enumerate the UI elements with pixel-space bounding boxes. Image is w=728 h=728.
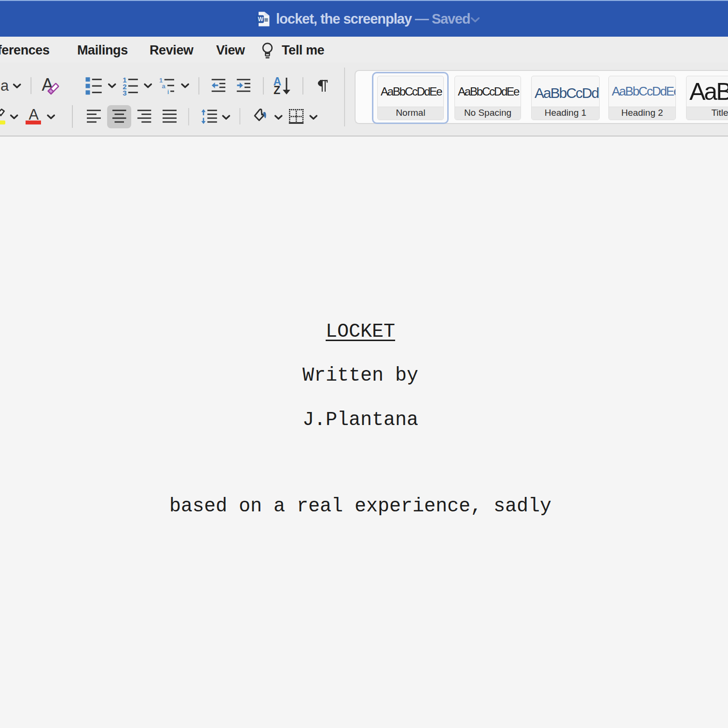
svg-text:Z: Z <box>274 84 280 96</box>
svg-text:a: a <box>162 82 166 90</box>
svg-text:a: a <box>0 77 9 94</box>
svg-text:A: A <box>29 106 39 123</box>
svg-text:3: 3 <box>123 89 126 97</box>
svg-text:i: i <box>167 88 169 96</box>
svg-text:W: W <box>258 16 263 23</box>
